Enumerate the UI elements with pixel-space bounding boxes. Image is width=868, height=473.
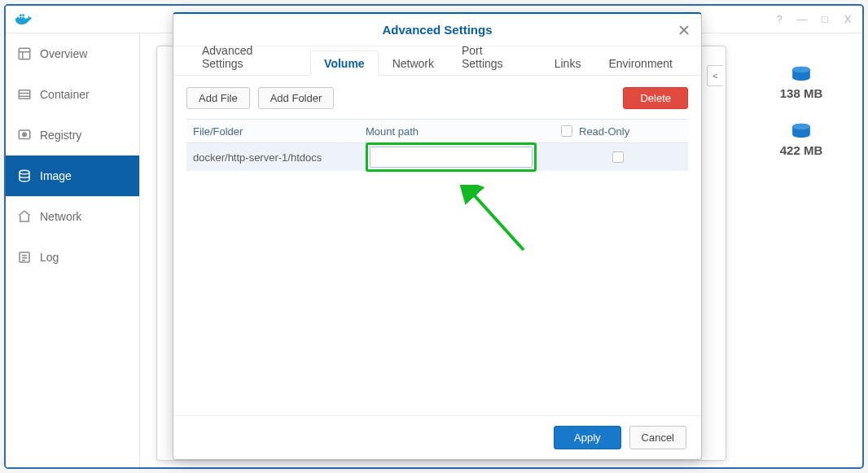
sidebar-item-label: Overview bbox=[40, 47, 87, 60]
disk-size: 138 MB bbox=[736, 86, 864, 100]
container-icon bbox=[17, 87, 32, 102]
sidebar-item-network[interactable]: Network bbox=[6, 196, 139, 237]
svg-rect-8 bbox=[19, 90, 30, 99]
sidebar-item-registry[interactable]: Registry bbox=[6, 115, 139, 155]
svg-point-13 bbox=[20, 170, 29, 174]
sidebar-item-label: Image bbox=[40, 169, 72, 182]
sidebar-item-container[interactable]: Container bbox=[6, 74, 139, 115]
image-icon bbox=[17, 169, 32, 183]
mount-path-input[interactable] bbox=[370, 147, 533, 168]
docker-logo-icon bbox=[15, 12, 32, 27]
cell-file-folder: docker/http-server-1/htdocs bbox=[186, 151, 366, 164]
tab-environment[interactable]: Environment bbox=[594, 50, 686, 76]
sidebar-item-image[interactable]: Image bbox=[6, 155, 139, 196]
tab-advanced-settings[interactable]: Advanced Settings bbox=[188, 37, 310, 76]
cell-mount-path bbox=[366, 142, 561, 172]
svg-rect-4 bbox=[22, 14, 24, 15]
disks-panel: 138 MB 422 MB bbox=[736, 66, 864, 180]
cancel-button[interactable]: Cancel bbox=[629, 426, 686, 449]
sidebar-item-label: Container bbox=[40, 88, 90, 101]
highlight-box bbox=[366, 142, 537, 172]
svg-point-19 bbox=[792, 67, 810, 73]
sidebar-item-label: Log bbox=[40, 251, 59, 264]
dialog-tabbar: Advanced Settings Volume Network Port Se… bbox=[173, 46, 701, 76]
svg-point-21 bbox=[792, 124, 810, 130]
tab-volume[interactable]: Volume bbox=[310, 50, 379, 76]
dialog-footer: Apply Cancel bbox=[173, 415, 701, 459]
read-only-header-checkbox[interactable] bbox=[561, 125, 572, 137]
sidebar: Overview Container Registry Image bbox=[6, 33, 140, 467]
sidebar-item-label: Registry bbox=[40, 129, 81, 142]
table-header: File/Folder Mount path Read-Only bbox=[186, 119, 688, 143]
disk-size: 422 MB bbox=[736, 143, 864, 157]
svg-line-24 bbox=[471, 191, 524, 250]
help-button[interactable]: ? bbox=[771, 14, 787, 25]
maximize-button[interactable]: □ bbox=[817, 14, 833, 25]
overview-icon bbox=[17, 46, 32, 61]
toolbar: Add File Add Folder Delete bbox=[186, 87, 688, 109]
column-read-only-label: Read-Only bbox=[579, 125, 629, 138]
apply-button[interactable]: Apply bbox=[554, 426, 621, 449]
disk-icon bbox=[736, 123, 864, 141]
add-file-button[interactable]: Add File bbox=[186, 87, 250, 109]
tab-port-settings[interactable]: Port Settings bbox=[448, 37, 541, 76]
svg-rect-3 bbox=[20, 14, 21, 15]
sidebar-item-overview[interactable]: Overview bbox=[6, 33, 139, 74]
dialog-body: Add File Add Folder Delete File/Folder M… bbox=[173, 76, 701, 415]
close-button[interactable]: X bbox=[840, 14, 856, 25]
dialog-title: Advanced Settings bbox=[382, 23, 492, 37]
tab-links[interactable]: Links bbox=[541, 50, 595, 76]
minimize-button[interactable]: — bbox=[794, 14, 810, 25]
log-icon bbox=[17, 250, 32, 265]
disk-item: 138 MB bbox=[736, 66, 864, 100]
disk-icon bbox=[736, 66, 864, 84]
annotation-arrow-icon bbox=[458, 185, 548, 258]
add-folder-button[interactable]: Add Folder bbox=[258, 87, 335, 109]
column-file-folder: File/Folder bbox=[186, 125, 366, 138]
cell-read-only bbox=[561, 151, 675, 163]
advanced-settings-dialog: Advanced Settings Advanced Settings Volu… bbox=[173, 12, 702, 460]
delete-button[interactable]: Delete bbox=[623, 87, 688, 109]
disk-item: 422 MB bbox=[736, 123, 864, 157]
column-read-only: Read-Only bbox=[561, 125, 675, 138]
network-icon bbox=[17, 209, 32, 224]
table-row[interactable]: docker/http-server-1/htdocs bbox=[186, 143, 688, 171]
chevron-left-icon: < bbox=[707, 65, 723, 86]
sidebar-item-log[interactable]: Log bbox=[6, 237, 139, 278]
column-mount-path: Mount path bbox=[366, 125, 561, 138]
registry-icon bbox=[17, 128, 32, 142]
sidebar-item-label: Network bbox=[40, 210, 81, 223]
read-only-checkbox[interactable] bbox=[612, 151, 624, 163]
close-icon[interactable] bbox=[677, 23, 691, 37]
tab-network[interactable]: Network bbox=[379, 50, 448, 76]
svg-rect-5 bbox=[19, 48, 30, 59]
